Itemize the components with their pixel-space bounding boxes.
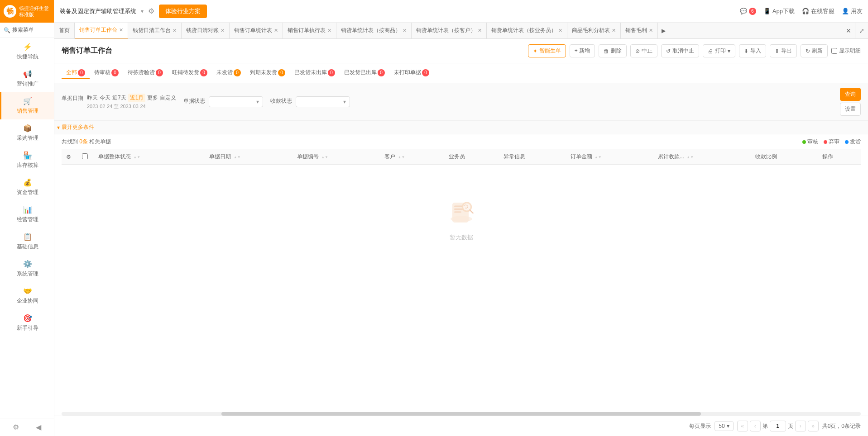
settings-filter-button[interactable]: 设置 [840,103,861,116]
ai-generate-button[interactable]: ✦ 智能生单 [528,44,566,57]
detail-checkbox[interactable] [831,48,837,54]
sidebar-item-quicknav[interactable]: ⚡ 快捷导航 [0,38,54,65]
col-status-sort[interactable]: ▲▼ [133,155,140,159]
sales-exec-tab-label: 销售订单执行表 [288,27,326,34]
horizontal-scrollbar[interactable] [62,412,861,416]
refresh-button[interactable]: ↻ 刷新 [801,44,828,57]
tab-close-cash-daily[interactable]: ✕ [173,28,177,33]
expand-conditions-btn[interactable]: ▾ 展开更多条件 [57,123,865,131]
tab-close-cash-reconcile[interactable]: ✕ [221,28,225,33]
solution-button[interactable]: 体验行业方案 [159,5,207,18]
ship-action[interactable]: 发货 [845,138,861,146]
tab-fullscreen-btn[interactable]: ⤢ [855,23,868,39]
tab-sales-order[interactable]: 销售订单工作台 ✕ [75,23,128,39]
date-option-1month[interactable]: 近1月 [128,94,146,102]
date-option-7days[interactable]: 近7天 [112,94,126,102]
tab-sales-stat[interactable]: 销售订单统计表 ✕ [230,23,283,39]
sidebar-item-inventory[interactable]: 🏪 库存核算 [0,147,54,174]
collapse-icon[interactable]: ◀ [36,423,41,431]
print-button[interactable]: 🖨 打印 ▾ [703,44,735,57]
date-option-today[interactable]: 今天 [100,94,110,102]
status-select[interactable]: ▾ [209,96,263,107]
stop-btn-label: 中止 [642,47,652,55]
sidebar-search[interactable]: 🔍 搜索菜单 [0,23,54,38]
tab-margin[interactable]: 商品毛利分析表 ✕ [567,23,621,39]
review-dot [802,140,806,144]
sidebar-item-enterprise[interactable]: 🤝 企业协同 [0,282,54,309]
app-download-btn[interactable]: 📱 App下载 [763,7,795,15]
tab-close-shipment-staff[interactable]: ✕ [558,28,562,33]
add-button[interactable]: + 新增 [570,44,595,57]
filter-tab-pending-review[interactable]: 待审核0 [90,67,123,79]
cancel-review-action[interactable]: 弃审 [824,138,839,146]
sidebar-item-guide[interactable]: 🎯 新手引导 [0,309,54,336]
sidebar-item-basic[interactable]: 📋 基础信息 [0,228,54,255]
online-service-btn[interactable]: 🎧 在线客服 [802,7,834,15]
payment-select[interactable]: ▾ [296,96,350,107]
tab-close-shipment-product[interactable]: ✕ [403,28,407,33]
sidebar-item-system[interactable]: ⚙️ 系统管理 [0,255,54,282]
tab-close-sales-gross[interactable]: ✕ [649,28,653,33]
stop-button[interactable]: ⊘ 中止 [630,44,657,57]
tab-shipment-staff[interactable]: 销货单统计表（按业务员） ✕ [487,23,567,39]
filter-tab-pending-inspection[interactable]: 待拣货验货0 [123,67,168,79]
select-all-checkbox[interactable] [82,153,88,159]
col-gear-icon[interactable]: ⚙ [66,154,71,160]
tab-more-btn[interactable]: ▶ [658,28,669,34]
cancel-stop-button[interactable]: ↺ 取消中止 [661,44,699,57]
date-option-more[interactable]: 更多 [147,94,158,102]
topbar-gear-icon[interactable]: ⚙ [148,7,154,15]
tab-close-shipment-customer[interactable]: ✕ [478,28,482,33]
filter-tab-all[interactable]: 全部0 [62,67,90,79]
date-option-yesterday[interactable]: 昨天 [87,94,98,102]
tab-shipment-customer[interactable]: 销货单统计表（按客户） ✕ [412,23,487,39]
tab-sales-exec[interactable]: 销售订单执行表 ✕ [283,23,336,39]
export-button[interactable]: ⬆ 导出 [770,44,797,57]
tab-close-sales-order[interactable]: ✕ [119,27,123,33]
filter-tab-wangpu[interactable]: 旺铺待发货0 [168,67,212,79]
delete-button[interactable]: 🗑 删除 [599,44,627,57]
sidebar-item-marketing[interactable]: 📢 营销推广 [0,65,54,92]
prev-page-btn[interactable]: ‹ [750,421,761,431]
scroll-thumb[interactable] [221,412,701,416]
tab-close-margin[interactable]: ✕ [612,28,616,33]
sidebar-item-finance[interactable]: 💰 资金管理 [0,174,54,201]
module-dropdown-icon[interactable]: ▾ [141,8,144,14]
last-page-btn[interactable]: » [808,421,819,431]
tab-cash-reconcile[interactable]: 钱货日清对账 ✕ [182,23,230,39]
tab-home[interactable]: 首页 [54,23,75,39]
import-button[interactable]: ⬇ 导入 [739,44,766,57]
tab-close-sales-exec[interactable]: ✕ [327,28,331,33]
filter-tab-not-shipped[interactable]: 未发货0 [212,67,245,79]
filter-tab-not-printed[interactable]: 未打印单据0 [389,67,434,79]
first-page-btn[interactable]: « [737,421,748,431]
sidebar-item-sales[interactable]: 🛒 销售管理 [0,92,54,119]
col-customer-sort[interactable]: ▲▼ [398,155,405,159]
page-input[interactable] [770,421,786,431]
filter-tab-shipped-not-out[interactable]: 已发货未出库0 [290,67,340,79]
date-option-custom[interactable]: 自定义 [160,94,176,102]
query-button[interactable]: 查询 [840,88,861,101]
message-btn[interactable]: 💬 6 [740,8,756,15]
col-number-sort[interactable]: ▲▼ [321,155,328,159]
review-action[interactable]: 审核 [802,138,818,146]
date-range: 2023-02-24 至 2023-03-24 [87,103,176,110]
detail-checkbox-label[interactable]: 显示明细 [831,47,861,55]
app-download-label: App下载 [772,7,795,15]
tab-shipment-product[interactable]: 销货单统计表（按商品） ✕ [336,23,412,39]
tab-prev-btn[interactable]: ✕ [842,23,855,39]
col-collected-sort[interactable]: ▲▼ [686,155,694,159]
col-amount-sort[interactable]: ▲▼ [595,155,602,159]
settings-icon[interactable]: ⚙ [13,423,19,431]
sidebar-item-operations[interactable]: 📊 经营管理 [0,201,54,228]
filter-tab-overdue-not-shipped[interactable]: 到期未发货0 [245,67,290,79]
filter-tab-shipped-out[interactable]: 已发货已出库0 [340,67,389,79]
col-date-sort[interactable]: ▲▼ [234,155,241,159]
tab-sales-gross[interactable]: 销售毛利 ✕ [621,23,658,39]
page-size-select[interactable]: 50 ▾ [715,421,733,431]
next-page-btn[interactable]: › [795,421,806,431]
tab-close-sales-stat[interactable]: ✕ [274,28,278,33]
sidebar-item-purchase[interactable]: 📦 采购管理 [0,119,54,147]
user-menu-btn[interactable]: 👤 用友 [842,7,863,15]
tab-cash-daily[interactable]: 钱货日清工作台 ✕ [128,23,182,39]
